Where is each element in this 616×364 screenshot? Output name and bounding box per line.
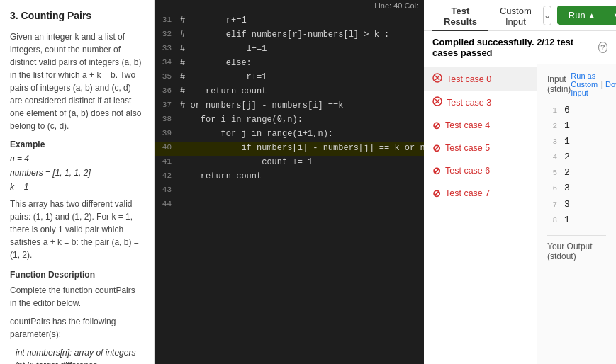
help-icon[interactable]: ? <box>598 42 607 53</box>
stdin-line-val: 2 <box>564 149 570 165</box>
line-content: # r+=1 <box>177 14 424 28</box>
func-desc-text: Complete the function countPairs in the … <box>10 284 144 309</box>
stdin-line: 52 <box>547 165 606 181</box>
code-line: 36# return count <box>155 85 424 99</box>
stdin-line-val: 3 <box>564 197 570 212</box>
line-number: 34 <box>155 57 177 71</box>
line-info-bar: Line: 40 Col: <box>155 0 424 11</box>
line-number: 39 <box>155 127 177 142</box>
run-dropdown-button[interactable]: ▼ <box>607 6 616 25</box>
test-case-item[interactable]: Test case 3 <box>424 91 537 114</box>
fail-icon <box>432 96 442 108</box>
lock-icon: ⊘ <box>432 165 441 176</box>
test-case-label: Test case 0 <box>447 74 491 84</box>
test-case-item[interactable]: ⊘Test case 4 <box>424 114 537 137</box>
func-desc-title: Function Description <box>10 268 144 281</box>
test-cases-list: Test case 0Test case 3⊘Test case 4⊘Test … <box>424 64 537 364</box>
stdin-line-num: 4 <box>547 151 557 164</box>
stdin-line-val: 6 <box>564 103 570 118</box>
results-header: Test Results Custom Input ⌄ Run ▲ ▼ Subm… <box>424 0 616 31</box>
run-up-arrow-icon: ▲ <box>588 11 595 19</box>
line-number: 41 <box>155 156 177 170</box>
line-number: 36 <box>155 85 177 99</box>
stdin-line-val: 1 <box>564 118 570 134</box>
test-case-item[interactable]: ⊘Test case 5 <box>424 137 537 159</box>
your-output-label: Your Output (stdout) <box>547 235 606 261</box>
stdin-line-num: 5 <box>547 166 557 180</box>
example-numbers: numbers = [1, 1, 1, 2] <box>10 166 144 179</box>
chevron-down-icon: ⌄ <box>544 11 551 21</box>
test-case-label: Test case 4 <box>445 120 490 130</box>
code-line: 33# l+=1 <box>155 42 424 57</box>
line-number: 31 <box>155 14 177 28</box>
stdin-line: 42 <box>547 149 606 165</box>
fail-icon <box>432 73 442 85</box>
line-content: for j in range(i+1,n): <box>177 127 424 142</box>
stdin-line-val: 3 <box>564 181 570 196</box>
stdin-line-num: 6 <box>547 182 557 195</box>
stdin-label: Input (stdin) <box>547 74 571 94</box>
download-link[interactable]: Download <box>605 80 616 89</box>
stdin-line: 63 <box>547 181 606 196</box>
stdin-line-num: 2 <box>547 120 557 133</box>
compiled-bar: Compiled successfully. 2/12 test cases p… <box>424 31 616 64</box>
pipe-separator: | <box>600 80 603 89</box>
stdin-line: 73 <box>547 197 606 212</box>
test-case-item[interactable]: ⊘Test case 7 <box>424 182 537 205</box>
stdin-line-num: 1 <box>547 104 557 118</box>
stdin-line-num: 8 <box>547 214 557 227</box>
problem-title: 3. Counting Pairs <box>10 8 144 23</box>
run-as-custom-input-link[interactable]: Run as Custom Input <box>571 72 598 97</box>
code-panel: Line: 40 Col: 31# r+=132# elif numbers[r… <box>155 0 424 364</box>
test-case-label: Test case 3 <box>447 98 491 108</box>
example-k: k = 1 <box>10 181 144 193</box>
code-line: 41 count += 1 <box>155 156 424 170</box>
line-number: 37 <box>155 99 177 113</box>
line-content: # else: <box>177 57 424 71</box>
code-line: 39 for j in range(i+1,n): <box>155 127 424 142</box>
line-content <box>177 198 424 212</box>
code-line: 42 return count <box>155 170 424 184</box>
stdin-line: 21 <box>547 118 606 134</box>
line-number: 43 <box>155 184 177 198</box>
line-content: # r+=1 <box>177 71 424 85</box>
func-params-title: countPairs has the following parameter(s… <box>10 315 144 341</box>
line-content: # elif numbers[r]-numbers[l] > k : <box>177 28 424 42</box>
right-panel: Test Results Custom Input ⌄ Run ▲ ▼ Subm… <box>424 0 616 364</box>
test-case-label: Test case 6 <box>445 166 490 176</box>
line-content: for i in range(0,n): <box>177 113 424 127</box>
code-line: 35# r+=1 <box>155 71 424 85</box>
line-content: # l+=1 <box>177 42 424 57</box>
stdin-line-num: 7 <box>547 198 557 212</box>
input-label-row: Input (stdin) Run as Custom Input | Down… <box>547 72 606 97</box>
line-number: 38 <box>155 113 177 127</box>
code-line: 34# else: <box>155 57 424 71</box>
line-content: count += 1 <box>177 156 424 170</box>
line-number: 44 <box>155 198 177 212</box>
line-number: 35 <box>155 71 177 85</box>
compiled-text: Compiled successfully. 2/12 test cases p… <box>432 37 594 58</box>
run-arrow-icon: ▼ <box>613 11 616 20</box>
stdin-line: 31 <box>547 134 606 149</box>
lock-icon: ⊘ <box>432 120 441 131</box>
line-content: # or numbers[j] - numbers[i] ==k <box>177 99 424 113</box>
collapse-button[interactable]: ⌄ <box>543 6 551 25</box>
code-lines[interactable]: 31# r+=132# elif numbers[r]-numbers[l] >… <box>155 11 424 364</box>
line-number: 40 <box>155 142 177 156</box>
tab-custom-input[interactable]: Custom Input <box>488 0 543 31</box>
stdin-line: 16 <box>547 103 606 118</box>
tab-test-results[interactable]: Test Results <box>432 0 488 31</box>
lock-icon: ⊘ <box>432 142 441 154</box>
run-btn-group: Run ▲ ▼ <box>557 6 616 25</box>
run-button[interactable]: Run ▲ <box>557 6 607 25</box>
line-content: if numbers[i] - numbers[j] == k or numbe… <box>177 142 424 156</box>
line-content <box>177 184 424 198</box>
test-case-item[interactable]: ⊘Test case 6 <box>424 159 537 182</box>
input-panel: Input (stdin) Run as Custom Input | Down… <box>537 64 616 364</box>
test-case-label: Test case 7 <box>445 188 490 198</box>
test-case-item[interactable]: Test case 0 <box>424 67 537 91</box>
left-panel: 3. Counting Pairs Given an integer k and… <box>0 0 155 364</box>
stdin-line-val: 1 <box>564 134 570 149</box>
param2: int k: target difference <box>16 359 144 364</box>
line-number: 32 <box>155 28 177 42</box>
